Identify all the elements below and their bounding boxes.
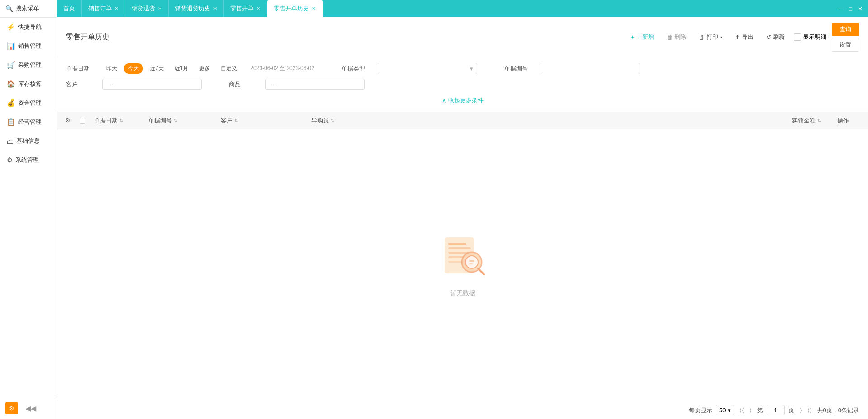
per-page-select[interactable]: 50 ▾ — [716, 405, 734, 415]
more-date-btn[interactable]: 更多 — [195, 63, 214, 74]
tab-label-home: 首页 — [63, 5, 75, 13]
th-amount-sort-icon: ⇅ — [817, 118, 821, 123]
collapse-filter-btn[interactable]: ∧ 收起更多条件 — [66, 94, 859, 106]
delete-button[interactable]: 🗑 删除 — [663, 31, 690, 43]
print-button[interactable]: 🖨 打印 ▾ — [695, 31, 726, 43]
table-header: ⚙ 单据日期 ⇅ 单据编号 ⇅ 客户 ⇅ 导购员 — [57, 112, 868, 129]
add-button[interactable]: ＋ + 新增 — [626, 31, 658, 43]
tab-label-sales-return-hist: 销货退货历史 — [175, 5, 210, 13]
tab-home[interactable]: 首页 — [57, 0, 82, 17]
date-range-text: 2023-06-02 至 2023-06-02 — [250, 65, 314, 72]
th-check[interactable] — [75, 118, 90, 124]
sidebar-item-operation[interactable]: 📋经营管理 — [0, 113, 57, 132]
svg-rect-10 — [469, 263, 473, 264]
th-client-sort-icon: ⇅ — [234, 118, 238, 123]
th-num-sort-icon: ⇅ — [174, 118, 177, 123]
last-page-btn[interactable]: ⟩⟩ — [806, 406, 814, 414]
th-client[interactable]: 客户 ⇅ — [216, 117, 307, 125]
page-number-input[interactable] — [767, 405, 785, 415]
tab-close-sales-return-hist[interactable]: ✕ — [213, 6, 217, 12]
sidebar-label-basic-info: 基础信息 — [16, 137, 40, 145]
sidebar-item-finance[interactable]: 💰资金管理 — [0, 94, 57, 113]
custom-date-btn[interactable]: 自定义 — [217, 63, 241, 74]
client-input[interactable]: ··· — [102, 79, 202, 90]
sidebar-bottom: ⚙ ◀◀ — [0, 397, 57, 419]
last-month-btn[interactable]: 近1月 — [171, 63, 193, 74]
add-icon: ＋ — [630, 33, 636, 41]
toolbar: ＋ + 新增 🗑 删除 🖨 打印 ▾ ⬆ 导出 ↺ — [626, 23, 859, 52]
sidebar-label-system-mgmt: 系统管理 — [15, 156, 39, 164]
select-all-checkbox[interactable] — [80, 118, 85, 124]
yesterday-btn[interactable]: 昨天 — [102, 63, 121, 74]
refresh-icon: ↺ — [766, 34, 771, 41]
main-content: 首页销售订单✕销货退货✕销货退货历史✕零售开单✕零售开单历史✕ — □ ✕ 零售… — [57, 0, 868, 419]
th-date[interactable]: 单据日期 ⇅ — [90, 117, 144, 125]
tab-close-sales-return[interactable]: ✕ — [158, 6, 162, 12]
client-dots: ··· — [108, 81, 113, 88]
today-btn[interactable]: 今天 — [124, 63, 143, 74]
print-icon: 🖨 — [699, 34, 705, 41]
th-amount[interactable]: 实销金额 ⇅ — [787, 117, 833, 125]
client-label: 客户 — [66, 80, 93, 89]
filter-row-2: 客户 ··· 商品 ··· — [66, 79, 859, 90]
window-maximize-btn[interactable]: □ — [849, 5, 852, 12]
prev-page-btn[interactable]: ⟨ — [748, 406, 754, 414]
tab-bar-right: — □ ✕ — [832, 5, 868, 12]
doc-type-select[interactable]: ▾ — [378, 63, 477, 74]
th-settings[interactable]: ⚙ — [61, 117, 75, 124]
goods-input[interactable]: ··· — [265, 79, 365, 90]
next-page-btn[interactable]: ⟩ — [798, 406, 804, 414]
doc-type-arrow-icon: ▾ — [470, 65, 473, 72]
total-info: 共0页，0条记录 — [817, 406, 859, 414]
th-client-label: 客户 — [221, 117, 232, 125]
sidebar-label-sales-mgmt: 销售管理 — [18, 42, 42, 50]
tab-sales-return[interactable]: 销货退货✕ — [125, 0, 169, 17]
pagination: 每页显示 50 ▾ ⟨⟨ ⟨ 第 页 ⟩ ⟩⟩ 共0页，0条记录 — [57, 401, 868, 419]
sidebar-icon-system-mgmt: ⚙ — [7, 156, 13, 164]
sidebar-label-quick-nav: 快捷导航 — [18, 23, 42, 31]
sidebar-icon-finance: 💰 — [7, 99, 15, 107]
sidebar-item-inventory[interactable]: 🏠库存核算 — [0, 75, 57, 94]
collapse-arrow-icon: ∧ — [442, 97, 446, 104]
export-button[interactable]: ⬆ 导出 — [731, 31, 757, 43]
sidebar-item-sales-mgmt[interactable]: 📊销售管理 — [0, 37, 57, 56]
sidebar-icon-sales-mgmt: 📊 — [7, 42, 15, 50]
sidebar-item-quick-nav[interactable]: ⚡快捷导航 — [0, 18, 57, 37]
doc-num-input[interactable] — [541, 63, 640, 74]
settings-button[interactable]: 设置 — [832, 38, 859, 52]
per-page-value: 50 — [719, 407, 726, 414]
sidebar-label-inventory: 库存核算 — [18, 80, 42, 88]
sidebar-item-purchase-mgmt[interactable]: 🛒采购管理 — [0, 56, 57, 75]
query-settings-group: 查询 设置 — [832, 23, 859, 52]
query-button[interactable]: 查询 — [832, 23, 859, 36]
tab-close-retail-open[interactable]: ✕ — [256, 6, 261, 12]
svg-rect-3 — [448, 252, 469, 254]
last7-btn[interactable]: 近7天 — [146, 63, 168, 74]
export-icon: ⬆ — [735, 34, 740, 41]
th-num[interactable]: 单据编号 ⇅ — [144, 117, 216, 125]
refresh-button[interactable]: ↺ 刷新 — [763, 31, 788, 43]
show-detail-toggle[interactable]: 显示明细 — [794, 33, 826, 41]
delete-icon: 🗑 — [667, 34, 673, 41]
tab-retail-open[interactable]: 零售开单✕ — [224, 0, 267, 17]
settings-icon-btn[interactable]: ⚙ — [5, 402, 18, 414]
tab-label-retail-hist: 零售开单历史 — [274, 5, 309, 13]
tab-close-retail-hist[interactable]: ✕ — [312, 6, 316, 12]
th-guide[interactable]: 导购员 ⇅ — [307, 117, 361, 125]
collapse-sidebar-btn[interactable]: ◀◀ — [25, 404, 36, 413]
window-minimize-btn[interactable]: — — [837, 5, 843, 12]
tab-sales-return-hist[interactable]: 销货退货历史✕ — [169, 0, 224, 17]
date-filter-buttons: 昨天 今天 近7天 近1月 更多 自定义 — [102, 63, 241, 74]
tab-sales-order[interactable]: 销售订单✕ — [82, 0, 125, 17]
show-detail-checkbox[interactable] — [794, 33, 801, 41]
sidebar-search-label: 搜索采单 — [16, 5, 39, 13]
sidebar-search[interactable]: 🔍 搜索采单 — [0, 0, 57, 18]
tab-retail-hist[interactable]: 零售开单历史✕ — [267, 0, 323, 17]
sidebar-item-system-mgmt[interactable]: ⚙系统管理 — [0, 151, 57, 169]
doc-num-label: 单据编号 — [504, 65, 531, 73]
tab-close-sales-order[interactable]: ✕ — [114, 6, 119, 12]
sidebar-item-basic-info[interactable]: 🗃基础信息 — [0, 132, 57, 151]
th-date-label: 单据日期 — [94, 117, 118, 125]
first-page-btn[interactable]: ⟨⟨ — [738, 406, 746, 414]
window-close-btn[interactable]: ✕ — [858, 5, 863, 12]
